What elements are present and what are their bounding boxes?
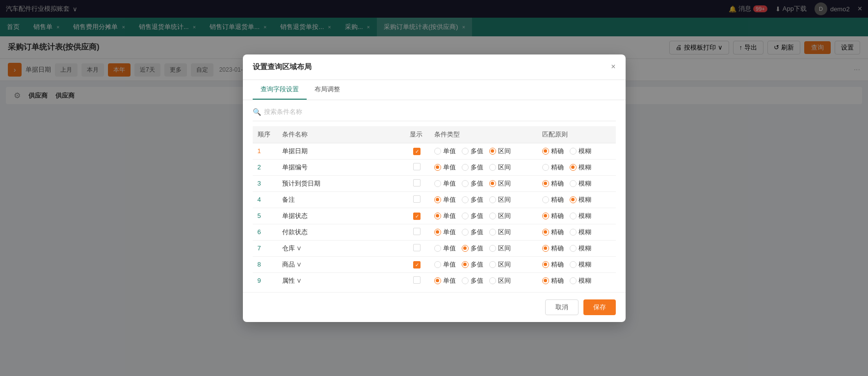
type-radio-0[interactable]: 单值 — [434, 212, 456, 220]
row-name: 付款状态 — [277, 224, 405, 240]
checkbox[interactable] — [413, 179, 421, 187]
type-radio-2[interactable]: 区间 — [489, 179, 511, 188]
table-row: 4备注单值多值区间精确模糊 — [253, 191, 616, 208]
type-radio-2[interactable]: 区间 — [489, 212, 511, 220]
table-scroll-area[interactable]: 顺序 条件名称 显示 条件类型 匹配原则 1单据日期✓单值多值区间精确模糊2单据… — [253, 126, 616, 288]
type-radio-1[interactable]: 多值 — [462, 147, 483, 156]
type-radio-2[interactable]: 区间 — [489, 147, 511, 156]
table-row: 9属性 ∨单值多值区间精确模糊 — [253, 272, 616, 288]
row-type-radios: 单值多值区间 — [429, 159, 537, 175]
row-match-radios: 精确模糊 — [537, 191, 616, 208]
checkbox[interactable] — [413, 195, 421, 203]
match-radio-0[interactable]: 精确 — [542, 212, 564, 220]
row-order: 2 — [253, 159, 277, 175]
type-radio-2[interactable]: 区间 — [489, 276, 511, 285]
checkbox[interactable]: ✓ — [413, 213, 421, 220]
table-row: 2单据编号单值多值区间精确模糊 — [253, 159, 616, 175]
match-radio-1[interactable]: 模糊 — [570, 260, 591, 269]
type-radio-0[interactable]: 单值 — [434, 195, 456, 204]
save-btn[interactable]: 保存 — [583, 299, 616, 315]
type-radio-2[interactable]: 区间 — [489, 163, 511, 172]
row-name: 商品 ∨ — [277, 256, 405, 272]
row-type-radios: 单值多值区间 — [429, 191, 537, 208]
col-order-header: 顺序 — [253, 126, 277, 143]
row-order: 6 — [253, 224, 277, 240]
dialog-tab-layout[interactable]: 布局调整 — [307, 80, 348, 100]
type-radio-0[interactable]: 单值 — [434, 228, 456, 237]
type-radio-0[interactable]: 单值 — [434, 244, 456, 253]
row-display-checkbox[interactable] — [405, 224, 429, 240]
checkbox[interactable] — [413, 228, 421, 235]
match-radio-0[interactable]: 精确 — [542, 179, 564, 188]
row-type-radios: 单值多值区间 — [429, 143, 537, 159]
row-match-radios: 精确模糊 — [537, 240, 616, 256]
match-radio-1[interactable]: 模糊 — [570, 195, 591, 204]
row-display-checkbox[interactable]: ✓ — [405, 256, 429, 272]
match-radio-1[interactable]: 模糊 — [570, 276, 591, 285]
type-radio-2[interactable]: 区间 — [489, 195, 511, 204]
match-radio-1[interactable]: 模糊 — [570, 147, 591, 156]
table-row: 6付款状态单值多值区间精确模糊 — [253, 224, 616, 240]
dialog-tab-fields[interactable]: 查询字段设置 — [253, 80, 307, 100]
row-match-radios: 精确模糊 — [537, 256, 616, 272]
row-order: 9 — [253, 272, 277, 288]
dialog-overlay: 设置查询区域布局 × 查询字段设置 布局调整 🔍 — [0, 0, 868, 376]
row-display-checkbox[interactable] — [405, 159, 429, 175]
type-radio-2[interactable]: 区间 — [489, 244, 511, 253]
row-match-radios: 精确模糊 — [537, 272, 616, 288]
type-radio-1[interactable]: 多值 — [462, 260, 483, 269]
type-radio-2[interactable]: 区间 — [489, 260, 511, 269]
match-radio-1[interactable]: 模糊 — [570, 228, 591, 237]
type-radio-1[interactable]: 多值 — [462, 276, 483, 285]
match-radio-0[interactable]: 精确 — [542, 228, 564, 237]
checkbox[interactable]: ✓ — [413, 148, 421, 155]
match-radio-1[interactable]: 模糊 — [570, 163, 591, 172]
match-radio-1[interactable]: 模糊 — [570, 179, 591, 188]
checkbox[interactable] — [413, 244, 421, 251]
cancel-btn[interactable]: 取消 — [545, 299, 579, 315]
checkbox[interactable] — [413, 276, 421, 284]
row-display-checkbox[interactable]: ✓ — [405, 143, 429, 159]
checkbox[interactable] — [413, 163, 421, 170]
match-radio-0[interactable]: 精确 — [542, 147, 564, 156]
row-display-checkbox[interactable]: ✓ — [405, 208, 429, 224]
type-radio-0[interactable]: 单值 — [434, 179, 456, 188]
type-radio-2[interactable]: 区间 — [489, 228, 511, 237]
row-display-checkbox[interactable] — [405, 240, 429, 256]
row-display-checkbox[interactable] — [405, 191, 429, 208]
col-display-header: 显示 — [405, 126, 429, 143]
table-row: 7仓库 ∨单值多值区间精确模糊 — [253, 240, 616, 256]
table-row: 8商品 ∨✓单值多值区间精确模糊 — [253, 256, 616, 272]
type-radio-1[interactable]: 多值 — [462, 163, 483, 172]
dialog-close-btn[interactable]: × — [611, 62, 615, 71]
row-match-radios: 精确模糊 — [537, 208, 616, 224]
type-radio-1[interactable]: 多值 — [462, 195, 483, 204]
type-radio-0[interactable]: 单值 — [434, 163, 456, 172]
type-radio-0[interactable]: 单值 — [434, 276, 456, 285]
search-input[interactable] — [264, 108, 352, 115]
table-row: 3预计到货日期单值多值区间精确模糊 — [253, 175, 616, 191]
row-order: 4 — [253, 191, 277, 208]
type-radio-1[interactable]: 多值 — [462, 228, 483, 237]
type-radio-1[interactable]: 多值 — [462, 244, 483, 253]
match-radio-0[interactable]: 精确 — [542, 276, 564, 285]
match-radio-0[interactable]: 精确 — [542, 163, 564, 172]
row-display-checkbox[interactable] — [405, 175, 429, 191]
type-radio-1[interactable]: 多值 — [462, 212, 483, 220]
checkbox[interactable]: ✓ — [413, 261, 421, 269]
row-order: 7 — [253, 240, 277, 256]
match-radio-0[interactable]: 精确 — [542, 260, 564, 269]
row-order: 5 — [253, 208, 277, 224]
match-radio-0[interactable]: 精确 — [542, 244, 564, 253]
row-type-radios: 单值多值区间 — [429, 208, 537, 224]
type-radio-0[interactable]: 单值 — [434, 147, 456, 156]
match-radio-0[interactable]: 精确 — [542, 195, 564, 204]
row-display-checkbox[interactable] — [405, 272, 429, 288]
match-radio-1[interactable]: 模糊 — [570, 244, 591, 253]
row-order: 8 — [253, 256, 277, 272]
match-radio-1[interactable]: 模糊 — [570, 212, 591, 220]
row-name: 单据编号 — [277, 159, 405, 175]
type-radio-1[interactable]: 多值 — [462, 179, 483, 188]
type-radio-0[interactable]: 单值 — [434, 260, 456, 269]
row-match-radios: 精确模糊 — [537, 143, 616, 159]
